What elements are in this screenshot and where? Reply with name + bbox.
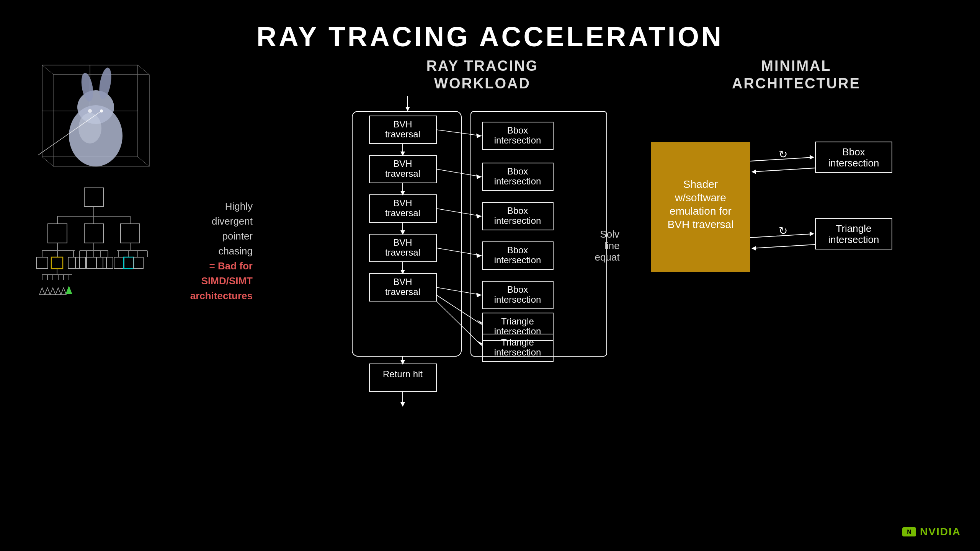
svg-text:Bbox: Bbox [507,284,528,295]
svg-rect-46 [96,257,106,269]
arch-section-title: MINIMAL ARCHITECTURE [643,57,949,92]
svg-marker-63 [39,288,45,295]
svg-marker-124 [476,253,482,258]
svg-text:intersection: intersection [828,234,879,245]
svg-marker-155 [751,170,756,174]
svg-rect-47 [103,257,113,269]
svg-rect-44 [75,257,85,269]
svg-rect-37 [51,257,63,269]
svg-text:Bbox: Bbox [507,166,528,176]
svg-line-3 [138,157,149,166]
svg-rect-18 [84,187,103,207]
svg-text:Triangle: Triangle [836,223,872,234]
svg-rect-53 [124,257,134,269]
svg-text:intersection: intersection [494,326,541,336]
svg-rect-36 [36,257,48,269]
svg-marker-130 [477,341,482,346]
svg-rect-45 [87,257,96,269]
nvidia-text: NVIDIA [920,526,961,538]
svg-text:BVH: BVH [393,277,412,287]
svg-point-16 [100,109,103,112]
svg-rect-54 [133,257,143,269]
svg-text:N: N [907,529,911,535]
svg-point-17 [88,109,92,113]
left-bvh-section [23,61,168,310]
svg-marker-70 [405,107,410,111]
nvidia-eye-icon: N [902,524,917,540]
svg-rect-38 [68,257,80,269]
page-title: RAY TRACING ACCELERATION [0,0,980,52]
svg-text:emulation for: emulation for [670,205,732,217]
bunny-illustration [31,61,161,184]
svg-marker-152 [810,155,814,160]
svg-line-123 [436,248,482,256]
svg-text:Triangle: Triangle [501,316,534,326]
svg-text:w/software: w/software [675,192,726,204]
svg-text:Solving: Solving [600,228,620,240]
svg-line-154 [752,168,815,172]
svg-line-1 [42,65,54,75]
ray-tracing-workload-section: RAY TRACING WORKLOAD BVH traversal BVH t… [345,57,620,486]
svg-text:Shader: Shader [683,178,718,190]
svg-rect-24 [48,224,67,243]
svg-marker-64 [45,288,50,295]
svg-line-117 [436,130,482,136]
svg-marker-157 [810,231,814,236]
svg-text:intersection: intersection [494,347,541,357]
svg-line-2 [138,65,149,75]
svg-text:BVH: BVH [393,158,412,169]
svg-text:traversal: traversal [385,208,420,218]
svg-text:intersection: intersection [828,157,879,169]
workload-section-title: RAY TRACING WORKLOAD [345,57,620,92]
svg-marker-67 [61,288,66,295]
svg-text:Return hit: Return hit [383,369,423,379]
svg-marker-66 [56,288,61,295]
svg-text:BVH: BVH [393,237,412,248]
svg-text:BVH: BVH [393,119,412,129]
svg-text:BVH: BVH [393,198,412,208]
svg-text:↻: ↻ [779,225,787,237]
svg-text:BVH traversal: BVH traversal [668,218,734,230]
svg-line-4 [42,157,54,166]
svg-text:Bbox: Bbox [842,146,865,158]
svg-text:Bbox: Bbox [507,245,528,255]
minimal-architecture-section: MINIMAL ARCHITECTURE Shader w/software e… [643,57,949,379]
svg-text:Triangle: Triangle [501,337,534,347]
svg-text:intersection: intersection [494,255,541,265]
svg-line-121 [436,209,482,216]
svg-text:intersection: intersection [494,294,541,305]
bvh-tree [23,187,168,310]
svg-text:intersection: intersection [494,135,541,145]
svg-text:Bbox: Bbox [507,125,528,135]
svg-rect-26 [121,224,140,243]
svg-marker-118 [476,134,482,138]
svg-line-127 [436,295,482,324]
svg-rect-95 [471,111,607,356]
svg-marker-120 [476,174,482,179]
svg-text:intersection: intersection [494,215,541,226]
svg-line-159 [752,245,815,248]
svg-marker-68 [66,286,72,294]
nvidia-logo: N NVIDIA [902,524,961,540]
svg-line-119 [436,169,482,177]
svg-marker-160 [751,246,756,251]
svg-marker-136 [400,402,405,407]
svg-text:traversal: traversal [385,247,420,258]
svg-marker-126 [476,293,482,297]
svg-text:traversal: traversal [385,168,420,179]
svg-marker-65 [50,288,56,295]
svg-point-14 [78,113,101,143]
svg-text:traversal: traversal [385,129,420,139]
svg-text:traversal: traversal [385,287,420,297]
svg-line-125 [436,287,482,295]
svg-text:linear: linear [604,240,620,251]
svg-text:↻: ↻ [779,148,787,160]
svg-text:equations: equations [595,251,620,263]
svg-text:Bbox: Bbox [507,205,528,216]
svg-rect-52 [114,257,124,269]
svg-marker-122 [476,214,482,218]
svg-text:intersection: intersection [494,176,541,186]
svg-line-129 [436,301,482,346]
svg-rect-25 [84,224,103,243]
divergent-label: Highly divergent pointer chasing = Bad f… [161,199,253,303]
